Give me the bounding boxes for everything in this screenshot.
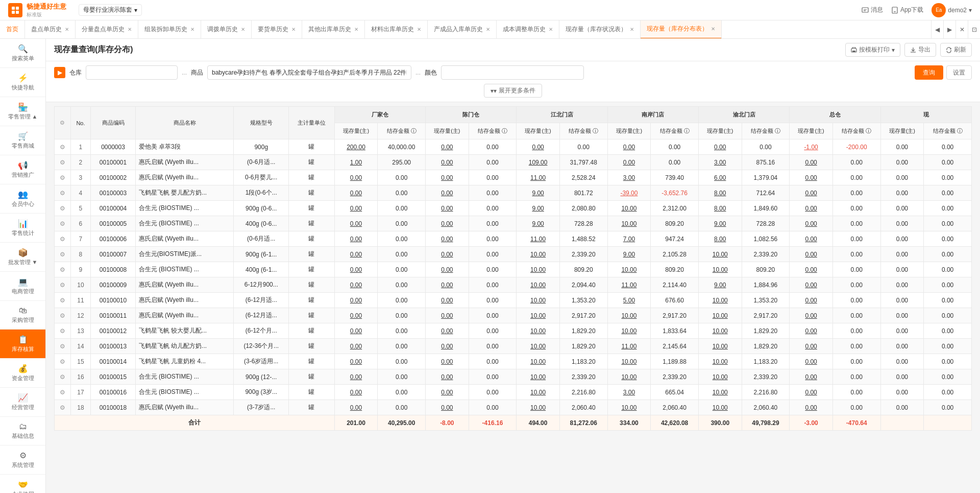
cell-jb-stock[interactable]: 9.00 <box>517 216 560 231</box>
sidebar-item-business[interactable]: 📈 经营管理 <box>0 388 45 417</box>
cell-na-stock[interactable]: 10.00 <box>607 262 651 277</box>
tab-qitachu[interactable]: 其他出库单历史 ✕ <box>302 20 365 39</box>
tab-prev-btn[interactable]: ◀ <box>931 20 943 39</box>
sidebar-item-ecommerce[interactable]: 💻 电商管理 <box>0 272 45 301</box>
tab-zuzhuang[interactable]: 组装拆卸单历史 ✕ <box>138 20 201 39</box>
sidebar-item-inventory[interactable]: 📋 库存核算 <box>0 330 45 359</box>
cell-c-stock[interactable]: 0.00 <box>425 385 469 400</box>
cell-jb-stock[interactable]: 9.00 <box>517 201 560 216</box>
cell-c-stock[interactable]: 0.00 <box>425 339 469 354</box>
cell-na-stock[interactable]: 11.00 <box>607 339 651 354</box>
cell-gear[interactable]: ⚙ <box>55 247 71 262</box>
tab-fenliang[interactable]: 分量盘点单历史 ✕ <box>76 20 138 39</box>
print-btn[interactable]: 按模板打印 ▾ <box>845 43 900 57</box>
goods-input[interactable] <box>207 65 411 80</box>
cell-c-stock[interactable]: 0.00 <box>425 155 469 170</box>
cell-t-stock[interactable]: 0.00 <box>790 201 833 216</box>
cell-jb-stock[interactable]: 10.00 <box>517 277 560 293</box>
cell-yb-stock[interactable]: 9.00 <box>698 216 742 231</box>
color-input[interactable] <box>441 65 584 80</box>
cell-jb-stock[interactable]: 10.00 <box>517 354 560 369</box>
cell-c-stock[interactable]: 0.00 <box>425 369 469 385</box>
cell-yb-stock[interactable]: 10.00 <box>698 354 742 369</box>
cell-jb-stock[interactable]: 10.00 <box>517 247 560 262</box>
cell-c-stock[interactable]: 0.00 <box>425 323 469 339</box>
tab-fenbiao[interactable]: 现存量（库存分布表）✕ <box>641 20 722 39</box>
cell-t-stock[interactable]: 0.00 <box>790 323 833 339</box>
cell-yb-stock[interactable]: 10.00 <box>698 400 742 415</box>
tab-yaohuo[interactable]: 要货单历史 ✕ <box>252 20 302 39</box>
cell-na-stock[interactable]: 5.00 <box>607 293 651 308</box>
cell-yb-stock[interactable]: 10.00 <box>698 323 742 339</box>
cell-f-stock[interactable]: 0.00 <box>334 293 378 308</box>
cell-gear[interactable]: ⚙ <box>55 400 71 415</box>
cell-t-stock[interactable]: 0.00 <box>790 385 833 400</box>
sidebar-item-wholesale[interactable]: 📦 批发管理 ▼ <box>0 243 45 272</box>
tab-next-btn[interactable]: ▶ <box>943 20 955 39</box>
cell-c-stock[interactable]: 0.00 <box>425 139 469 155</box>
sidebar-item-retail-mgmt[interactable]: 🏪 零售管理 ▲ <box>0 97 45 126</box>
cell-f-stock[interactable]: 0.00 <box>334 400 378 415</box>
cell-gear[interactable]: ⚙ <box>55 185 71 201</box>
cell-gear[interactable]: ⚙ <box>55 354 71 369</box>
cell-t-stock[interactable]: 0.00 <box>790 262 833 277</box>
cell-jb-stock[interactable]: 11.00 <box>517 170 560 185</box>
cell-na-stock[interactable]: 10.00 <box>607 354 651 369</box>
cell-yb-stock[interactable]: 8.00 <box>698 231 742 247</box>
cell-t-stock[interactable]: 0.00 <box>790 308 833 323</box>
sidebar-item-retail-mall[interactable]: 🛒 零售商城 <box>0 126 45 155</box>
cell-gear[interactable]: ⚙ <box>55 231 71 247</box>
sidebar-item-finance[interactable]: 💰 资金管理 <box>0 359 45 388</box>
cell-na-stock[interactable]: -39.00 <box>607 185 651 201</box>
cell-yb-stock[interactable]: 10.00 <box>698 385 742 400</box>
cell-t-stock[interactable]: 0.00 <box>790 354 833 369</box>
cell-f-stock[interactable]: 0.00 <box>334 201 378 216</box>
cell-yb-stock[interactable]: 10.00 <box>698 339 742 354</box>
cell-yb-stock[interactable]: 8.00 <box>698 201 742 216</box>
cell-c-stock[interactable]: 0.00 <box>425 277 469 293</box>
sidebar-item-enterprise[interactable]: 🤝 企业协同 <box>0 475 45 493</box>
industry-selector[interactable]: 母婴行业演示陈套 ▾ <box>79 4 142 16</box>
cell-f-stock[interactable]: 0.00 <box>334 170 378 185</box>
cell-t-stock[interactable]: 0.00 <box>790 400 833 415</box>
tab-pandian[interactable]: 盘点单历史 ✕ <box>25 20 76 39</box>
cell-gear[interactable]: ⚙ <box>55 323 71 339</box>
sidebar-item-retail-stats[interactable]: 📊 零售统计 <box>0 214 45 243</box>
sidebar-item-member[interactable]: 👥 会员中心 <box>0 184 45 214</box>
cell-gear[interactable]: ⚙ <box>55 201 71 216</box>
sidebar-item-quicknav[interactable]: ⚡ 快捷导航 <box>0 68 45 97</box>
expand-conditions-btn[interactable]: ▾▾ 展开更多条件 <box>484 84 542 98</box>
cell-yb-stock[interactable]: 3.00 <box>698 155 742 170</box>
cell-gear[interactable]: ⚙ <box>55 170 71 185</box>
cell-t-stock[interactable]: 0.00 <box>790 216 833 231</box>
cell-gear[interactable]: ⚙ <box>55 339 71 354</box>
tab-expand-btn[interactable]: ⊡ <box>968 20 980 39</box>
cell-f-stock[interactable]: 200.00 <box>334 139 378 155</box>
tab-close-all-btn[interactable]: ✕ <box>955 20 968 39</box>
cell-jb-stock[interactable]: 10.00 <box>517 339 560 354</box>
cell-na-stock[interactable]: 10.00 <box>607 323 651 339</box>
cell-jb-stock[interactable]: 10.00 <box>517 262 560 277</box>
cell-f-stock[interactable]: 1.00 <box>334 155 378 170</box>
cell-yb-stock[interactable]: 10.00 <box>698 247 742 262</box>
cell-jb-stock[interactable]: 9.00 <box>517 185 560 201</box>
cell-gear[interactable]: ⚙ <box>55 262 71 277</box>
cell-c-stock[interactable]: 0.00 <box>425 216 469 231</box>
cell-yb-stock[interactable]: 0.00 <box>698 139 742 155</box>
cell-na-stock[interactable]: 0.00 <box>607 139 651 155</box>
cell-gear[interactable]: ⚙ <box>55 293 71 308</box>
refresh-btn[interactable]: 刷新 <box>940 43 972 57</box>
cell-na-stock[interactable]: 10.00 <box>607 201 651 216</box>
cell-c-stock[interactable]: 0.00 <box>425 354 469 369</box>
cell-gear[interactable]: ⚙ <box>55 139 71 155</box>
cell-na-stock[interactable]: 9.00 <box>607 247 651 262</box>
cell-c-stock[interactable]: 0.00 <box>425 308 469 323</box>
cell-f-stock[interactable]: 0.00 <box>334 323 378 339</box>
cell-f-stock[interactable]: 0.00 <box>334 216 378 231</box>
cell-na-stock[interactable]: 10.00 <box>607 308 651 323</box>
filter-toggle-btn[interactable]: ▶ <box>54 67 65 78</box>
cell-f-stock[interactable]: 0.00 <box>334 369 378 385</box>
cell-t-stock[interactable]: 0.00 <box>790 231 833 247</box>
cell-f-stock[interactable]: 0.00 <box>334 385 378 400</box>
cell-t-stock[interactable]: -1.00 <box>790 139 833 155</box>
